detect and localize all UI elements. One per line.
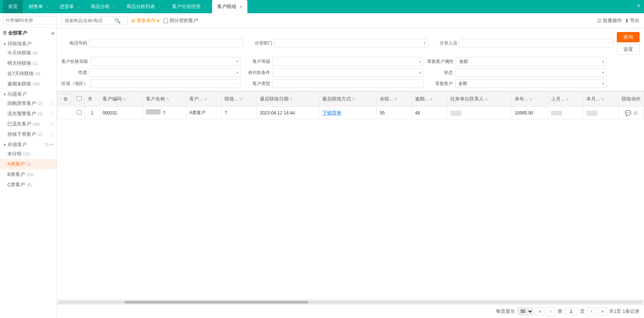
sidebar-item-7days[interactable]: 近7天待联络 (0): [0, 68, 57, 79]
nav-tab-sales[interactable]: 销售单 ×: [24, 0, 54, 13]
main-search-input[interactable]: [65, 18, 112, 23]
sidebar-item-abnormal[interactable]: 回购异常客户 (2) ⓘ: [0, 98, 57, 109]
filter-nature-select[interactable]: [89, 68, 241, 77]
window-close-button[interactable]: ×: [637, 3, 640, 9]
sidebar-group-problem[interactable]: ▼ 问题客户: [0, 89, 57, 98]
filter-retail-attr-select[interactable]: 全部: [456, 57, 607, 66]
main-layout: 🔍 ⠿ 全部客户 ◀ ▼ 待联络客户 今天待联络 (0) 明天待联络 (1) 近…: [0, 13, 644, 318]
my-customers-checkbox-label[interactable]: 我分管的客户: [163, 17, 198, 24]
settings-button[interactable]: 设置: [617, 44, 640, 55]
sidebar-collapse-btn[interactable]: ◀: [51, 31, 54, 36]
filter-customer-type-label: 客户类型: [244, 81, 270, 87]
sidebar-item-lost[interactable]: 已流失客户 (24) ⓘ: [0, 119, 57, 129]
more-filters-btn[interactable]: ⚙ 更多条件 ▾: [131, 17, 160, 24]
close-analysis-list-tab[interactable]: ×: [158, 4, 161, 9]
filter-status-select[interactable]: [455, 68, 607, 77]
td-checkbox: [74, 107, 85, 119]
main-search-icon[interactable]: 🔍: [114, 18, 121, 24]
nav-tab-analysis[interactable]: 商品分析 ×: [86, 0, 121, 13]
filter-dept-select-wrapper: [275, 39, 428, 47]
th-contact-count[interactable]: 联络...⇅: [222, 92, 257, 107]
nav-tab-purchase[interactable]: 进货单 ×: [54, 0, 85, 13]
refresh-icon-value[interactable]: ↻: [45, 142, 49, 147]
info-icon-warning[interactable]: ⓘ: [50, 111, 54, 117]
sidebar-item-warning[interactable]: 流失预警客户 (3) ⓘ: [0, 109, 57, 119]
nav-tab-customer-contact[interactable]: 客户联络 ×: [212, 0, 247, 13]
filter-region-select[interactable]: [90, 79, 241, 88]
filter-customer-type-input[interactable]: [272, 79, 424, 88]
sidebar-search-input[interactable]: [3, 16, 57, 24]
table-row: 1 000031 ？ A类客户 7 2023-04-12 14:44: 下销货单…: [57, 107, 644, 119]
th-this-year[interactable]: 本年...⇅: [512, 92, 548, 107]
info-icon-abnormal[interactable]: ⓘ: [50, 101, 54, 106]
th-last-date[interactable]: 最后联络日期⇅: [257, 92, 319, 107]
first-page-btn[interactable]: «: [536, 307, 544, 316]
edit-icon-value[interactable]: ✏: [50, 142, 54, 147]
batch-op-button[interactable]: ☑ 批量操作: [597, 17, 622, 24]
h-scroll-thumb[interactable]: [125, 301, 308, 304]
my-customers-checkbox[interactable]: [163, 18, 168, 23]
sidebar-item-tomorrow[interactable]: 明天待联络 (1): [0, 58, 57, 68]
sidebar-item-class-b[interactable]: B类客户 (33): [0, 169, 57, 180]
chat-icon-1[interactable]: 💬: [625, 110, 631, 116]
close-analysis-tab[interactable]: ×: [113, 4, 115, 9]
filter-customer-type: 客户类型: [244, 79, 424, 88]
filter-payment-select[interactable]: [272, 68, 424, 77]
filter-dept-select[interactable]: [275, 39, 428, 47]
th-name[interactable]: 客户名称⇅: [143, 92, 186, 107]
sidebar-item-today[interactable]: 今天待联络 (0): [0, 48, 57, 58]
sidebar-item-declining[interactable]: 持续下滑客户 (2) ⓘ: [0, 129, 57, 139]
row-checkbox-1[interactable]: [77, 110, 82, 115]
h-scroll-track[interactable]: [58, 301, 643, 304]
th-code[interactable]: 客户编码⇅: [100, 92, 143, 107]
th-overdue[interactable]: 逾期...⇅: [412, 92, 447, 107]
sidebar-all-customers[interactable]: ⠿ 全部客户 ◀: [0, 28, 57, 39]
prev-page-btn[interactable]: ‹: [547, 307, 555, 316]
nav-tab-customer-tier[interactable]: 客户分层经营 ×: [167, 0, 211, 13]
sidebar-item-class-c[interactable]: C类客户 (6): [0, 180, 57, 190]
th-last-month[interactable]: 上月...⇅: [548, 92, 583, 107]
export-button[interactable]: ⬆ 导出: [625, 17, 640, 24]
nav-home[interactable]: 首页: [3, 0, 23, 13]
filter-region-label: 区域（地区）: [61, 81, 88, 87]
query-button[interactable]: 查询: [617, 32, 640, 42]
select-all-checkbox[interactable]: [77, 96, 82, 101]
close-customer-tier-tab[interactable]: ×: [204, 4, 206, 9]
th-type[interactable]: 客户...⇅: [186, 92, 222, 107]
th-unlink[interactable]: 未联...⇅: [377, 92, 412, 107]
sidebar-item-unclassified[interactable]: 未分组 (32): [0, 149, 57, 159]
sidebar-item-overdue[interactable]: 逾期未联络 (30): [0, 79, 57, 89]
info-icon-declining[interactable]: ⓘ: [50, 132, 54, 137]
th-unit-contact[interactable]: 往来单位联系人⇅: [447, 92, 512, 107]
close-sales-tab[interactable]: ×: [46, 4, 49, 9]
info-icon-lost[interactable]: ⓘ: [50, 121, 54, 127]
filter-region: 区域（地区）: [61, 79, 241, 88]
last-method-link-1[interactable]: 下销货单: [322, 110, 341, 116]
nav-tab-analysis-list[interactable]: 商品分析列表 ×: [121, 0, 166, 13]
qr-icon-1[interactable]: ⊞: [633, 110, 638, 116]
sort-icon-contact-count: ⇅: [239, 97, 242, 101]
last-page-btn[interactable]: »: [598, 307, 607, 316]
filter-person-select[interactable]: [459, 39, 613, 47]
next-page-btn[interactable]: ›: [587, 307, 596, 316]
filter-phone-input[interactable]: [89, 39, 243, 47]
page-size-select[interactable]: 50: [517, 307, 533, 315]
th-this-month[interactable]: 本月...⇅: [583, 92, 619, 107]
filter-price-tier-select[interactable]: [90, 57, 241, 66]
close-purchase-tab[interactable]: ×: [77, 4, 79, 9]
td-last-method-1: 下销货单: [319, 107, 377, 119]
td-type-1: A类客户: [186, 107, 222, 119]
filter-retail-select[interactable]: 全部: [455, 79, 607, 88]
close-customer-contact-tab[interactable]: ×: [240, 4, 242, 9]
filter-customer-tier-select[interactable]: [272, 57, 424, 66]
table-settings-btn[interactable]: ⚙: [60, 94, 71, 104]
sidebar-group-value[interactable]: ▼ 价值客户 ↻ ✏: [0, 139, 57, 149]
sidebar-item-class-a[interactable]: A类客户 (1): [0, 159, 57, 169]
grid-icon: ⠿: [3, 31, 7, 36]
td-gear: [57, 107, 74, 119]
filter-payment: 收付款条件: [244, 68, 424, 77]
page-input[interactable]: [565, 308, 578, 315]
sidebar-group-pending[interactable]: ▼ 待联络客户: [0, 39, 57, 48]
horizontal-scrollbar[interactable]: [57, 299, 644, 304]
th-last-method[interactable]: 最后联络方式⇅: [319, 92, 377, 107]
